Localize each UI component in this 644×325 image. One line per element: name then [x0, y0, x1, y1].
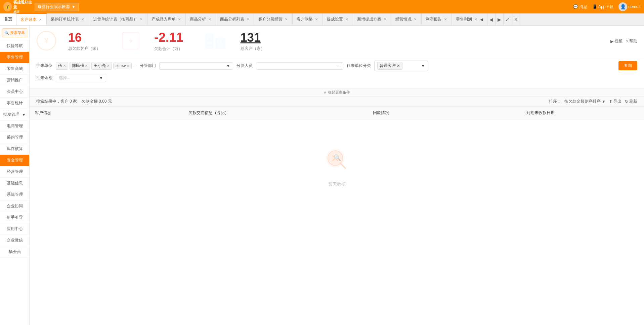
tab-close-icon[interactable]: ✕: [345, 17, 349, 22]
messages-btn[interactable]: 💬 消息: [573, 4, 587, 10]
sidebar-item-enterprise-wechat[interactable]: 企业微信: [0, 235, 29, 246]
logo-area: 💰 畅捷通好生意 标版: [3, 0, 33, 14]
sidebar-item-retail-stats[interactable]: 零售统计: [0, 98, 29, 109]
svg-text:✦: ✦: [128, 37, 134, 45]
tab-close-icon[interactable]: ✕: [246, 17, 250, 22]
tab-close-icon[interactable]: ✕: [314, 17, 318, 22]
tab-customer-tier-label: 客户分层经营: [258, 16, 283, 22]
sort-dropdown[interactable]: 按欠款金额倒序排序 ▼: [564, 99, 606, 104]
sidebar-item-new-guide[interactable]: 新手引导: [0, 212, 29, 223]
sidebar-item-app-center[interactable]: 应用中心: [0, 223, 29, 235]
sidebar-item-member-center[interactable]: 会员中心: [0, 86, 29, 98]
tab-close-icon[interactable]: ✕: [81, 17, 85, 22]
refresh-btn[interactable]: ↻ 刷新: [625, 99, 637, 104]
sidebar-item-purchase-mgmt[interactable]: 采购管理: [0, 132, 29, 143]
chevron-up-icon: ∧: [324, 90, 327, 94]
sidebar-item-finance-mgmt[interactable]: 资金管理: [0, 155, 29, 166]
sidebar-item-ecommerce-mgmt[interactable]: 电商管理: [0, 120, 29, 132]
tab-production[interactable]: 产成品入库单 ✕: [147, 13, 186, 26]
svg-rect-4: [205, 34, 214, 49]
tab-nav-next[interactable]: ▶: [496, 13, 504, 26]
col-repayment: 回款情况: [368, 107, 521, 119]
sidebar-item-marketing[interactable]: 营销推广: [0, 75, 29, 86]
search-btn[interactable]: 查询: [618, 61, 637, 70]
svg-rect-9: [210, 42, 212, 44]
tab-close-icon[interactable]: ✕: [383, 17, 387, 22]
col-debt-info: 欠款交易信息（占比）: [183, 107, 368, 119]
empty-icon: 🔍: [324, 146, 350, 178]
dept-dropdown-icon: ▼: [226, 64, 230, 68]
collapse-bar[interactable]: ∧ 收起更多条件: [30, 88, 644, 97]
tab-close-icon[interactable]: ✕: [284, 17, 288, 22]
debt-suffix: 元: [108, 99, 112, 104]
remove-class-tag[interactable]: ✕: [397, 64, 400, 68]
tab-purchase-order-stats[interactable]: 采购订单统计表 ✕: [47, 13, 89, 26]
tab-close-icon[interactable]: ✕: [208, 17, 212, 22]
dept-select[interactable]: ▼: [159, 62, 233, 70]
col-customer-info: 客户信息: [30, 107, 183, 119]
sidebar-item-vip-member[interactable]: 畅会员: [0, 246, 29, 258]
sidebar-item-wholesale-mgmt[interactable]: 批发管理 ▼: [0, 109, 29, 120]
filter-tag-cjttcw[interactable]: cjttcw ✕: [113, 63, 132, 69]
tab-product-analysis-list[interactable]: 商品分析列表 ✕: [216, 13, 254, 26]
sort-chevron-icon: ▼: [602, 99, 606, 104]
filter-tag-wu[interactable]: 伍 ✕: [56, 62, 68, 70]
remove-tag-wang[interactable]: ✕: [107, 64, 110, 68]
balance-placeholder: 选择...: [59, 75, 70, 81]
sidebar-item-quick-nav[interactable]: 快捷导航: [0, 40, 29, 52]
search-menu-btn[interactable]: 🔍 搜索菜单: [2, 28, 27, 37]
tab-stock-stats[interactable]: 进货单统计表（按商品） ✕: [89, 13, 147, 26]
sidebar-item-inventory-check[interactable]: 库存核算: [0, 143, 29, 155]
col-overdue-date: 到期未收款日期: [521, 107, 644, 119]
tab-new-promotion[interactable]: 新增提成方案 ✕: [353, 13, 391, 26]
tab-product-analysis[interactable]: 商品分析 ✕: [186, 13, 216, 26]
app-download-btn[interactable]: 📱 App下载: [592, 4, 613, 10]
tab-close-icon[interactable]: ✕: [177, 17, 181, 22]
sidebar-item-retail-mall[interactable]: 零售商城: [0, 63, 29, 75]
tab-operations-label: 经营情况: [395, 16, 412, 22]
svg-text:🔍: 🔍: [334, 154, 341, 161]
sidebar-item-operations-mgmt[interactable]: 经营管理: [0, 166, 29, 178]
user-profile[interactable]: 👤 demo2: [618, 2, 641, 11]
remove-tag-cjttcw[interactable]: ✕: [127, 64, 129, 68]
tab-close-all[interactable]: ✕: [512, 13, 520, 26]
tab-retail-profit[interactable]: 零售利润 ✕ ◀: [452, 13, 487, 26]
tab-close-icon[interactable]: ✕: [474, 17, 478, 22]
workspace-selector[interactable]: 母婴行业演示帐套 ▼: [35, 3, 79, 11]
unit-filter-label: 往来单位: [36, 63, 52, 69]
sidebar-item-enterprise-collab[interactable]: 企业协同: [0, 201, 29, 212]
tab-operations[interactable]: 经营情况 ✕: [391, 13, 422, 26]
tab-maximize[interactable]: ⤢: [504, 13, 512, 26]
manager-input[interactable]: ...: [256, 62, 343, 70]
filter-tag-chen[interactable]: 陈民强 ✕: [70, 62, 90, 70]
debt-total-value: -2.11: [154, 31, 183, 45]
filter-tag-wang[interactable]: 王小亮 ✕: [91, 62, 112, 70]
remove-tag-chen[interactable]: ✕: [85, 64, 88, 68]
header-right: 💬 消息 📱 App下载 👤 demo2: [573, 2, 641, 11]
tab-customer-contact[interactable]: 客户联络 ✕: [293, 13, 323, 26]
tab-promotion-settings[interactable]: 提成设置 ✕: [323, 13, 353, 26]
tab-customer-tier[interactable]: 客户分层经营 ✕: [254, 13, 293, 26]
empty-row: 🔍 暂无数据: [30, 119, 644, 215]
remove-tag-wu[interactable]: ✕: [63, 64, 66, 68]
sidebar-item-basic-info[interactable]: 基础信息: [0, 178, 29, 189]
tab-home[interactable]: 首页: [0, 13, 16, 26]
export-btn[interactable]: ⬆ 导出: [609, 99, 621, 104]
unit-class-dropdown-icon: ▼: [421, 64, 425, 68]
tab-close-icon[interactable]: ✕: [139, 17, 143, 22]
manager-more-icon[interactable]: ...: [337, 64, 340, 68]
filter-more-units[interactable]: ...: [133, 64, 136, 68]
video-btn[interactable]: ▶ 视频: [610, 38, 622, 44]
tab-profit-report[interactable]: 利润报告 ✕: [422, 13, 452, 26]
sidebar-item-retail-mgmt[interactable]: 零售管理: [0, 52, 29, 63]
tab-close-icon[interactable]: ✕: [443, 17, 447, 22]
sidebar-item-system-mgmt[interactable]: 系统管理: [0, 189, 29, 201]
tab-customer-account[interactable]: 客户账本 ✕: [16, 13, 47, 26]
logo-icon: 💰: [3, 2, 12, 11]
tab-close-icon[interactable]: ✕: [413, 17, 417, 22]
unit-class-select[interactable]: 普通客户 ✕ ▼: [374, 61, 428, 71]
help-btn[interactable]: ? 帮助: [626, 38, 637, 44]
balance-select[interactable]: 选择... ▼: [56, 74, 106, 82]
tab-close-icon[interactable]: ✕: [38, 17, 42, 22]
tab-nav-prev[interactable]: ◀: [487, 13, 496, 26]
